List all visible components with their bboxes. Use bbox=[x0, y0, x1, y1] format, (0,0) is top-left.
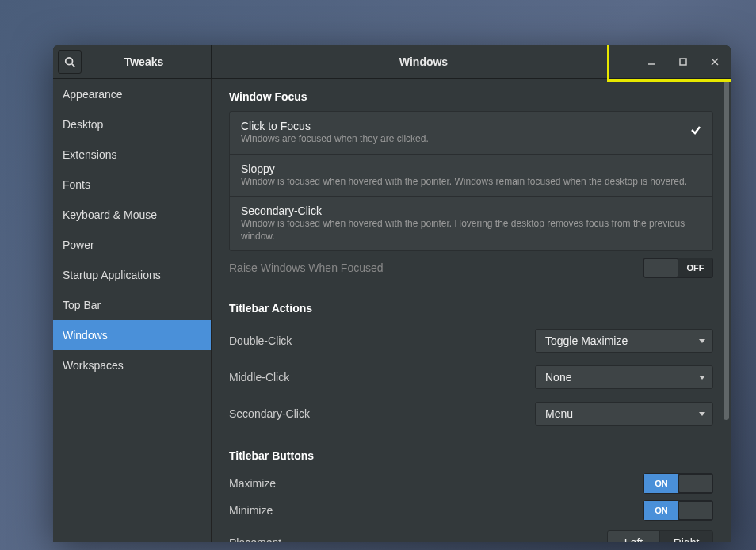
svg-point-0 bbox=[66, 58, 73, 65]
svg-marker-8 bbox=[699, 412, 705, 416]
placement-label: Placement bbox=[229, 537, 607, 542]
maximize-row: Maximize ON OFF bbox=[229, 470, 713, 497]
placement-right-button[interactable]: Right bbox=[660, 531, 712, 542]
focus-option-click[interactable]: Click to Focus Windows are focused when … bbox=[230, 112, 712, 155]
maximize-icon bbox=[679, 58, 687, 66]
raise-windows-toggle[interactable]: ON OFF bbox=[643, 258, 713, 278]
svg-line-1 bbox=[72, 64, 75, 67]
maximize-label: Maximize bbox=[229, 477, 643, 490]
placement-segmented: Left Right bbox=[607, 530, 713, 542]
minimize-button[interactable] bbox=[636, 45, 667, 79]
secondary-click-dropdown[interactable]: Menu bbox=[535, 402, 713, 426]
secondary-click-row: Secondary-Click Menu bbox=[229, 395, 713, 432]
close-icon bbox=[711, 58, 719, 66]
dropdown-value: Toggle Maximize bbox=[545, 334, 698, 347]
sidebar-item-windows[interactable]: Windows bbox=[53, 320, 211, 350]
secondary-click-label: Secondary-Click bbox=[229, 407, 535, 420]
sidebar-item-extensions[interactable]: Extensions bbox=[53, 139, 211, 170]
close-button[interactable] bbox=[699, 45, 731, 79]
scrollbar[interactable] bbox=[724, 79, 729, 542]
chevron-down-icon bbox=[698, 337, 706, 345]
raise-windows-row: Raise Windows When Focused ON OFF bbox=[229, 251, 713, 285]
panel-title: Windows bbox=[212, 55, 636, 68]
check-icon bbox=[690, 124, 701, 136]
dropdown-value: None bbox=[545, 371, 698, 384]
header-left: Tweaks bbox=[53, 45, 212, 78]
titlebar-actions-title: Titlebar Actions bbox=[229, 302, 713, 315]
maximize-button[interactable] bbox=[667, 45, 699, 79]
search-button[interactable] bbox=[58, 50, 82, 74]
middle-click-label: Middle-Click bbox=[229, 371, 535, 384]
focus-option-sloppy[interactable]: Sloppy Window is focused when hovered wi… bbox=[230, 155, 712, 197]
toggle-off-label: OFF bbox=[678, 258, 712, 277]
double-click-label: Double-Click bbox=[229, 334, 535, 347]
placement-left-button[interactable]: Left bbox=[608, 531, 660, 542]
chevron-down-icon bbox=[698, 410, 706, 418]
focus-option-desc: Window is focused when hovered with the … bbox=[241, 218, 701, 243]
titlebar-buttons-title: Titlebar Buttons bbox=[229, 449, 713, 462]
focus-option-title: Click to Focus bbox=[241, 120, 684, 132]
focus-option-desc: Window is focused when hovered with the … bbox=[241, 176, 701, 189]
sidebar-item-workspaces[interactable]: Workspaces bbox=[53, 350, 211, 380]
svg-rect-3 bbox=[680, 59, 686, 65]
toggle-on-label: ON bbox=[644, 474, 678, 493]
sidebar-item-top-bar[interactable]: Top Bar bbox=[53, 290, 211, 320]
window-body: Appearance Desktop Extensions Fonts Keyb… bbox=[53, 79, 731, 542]
header-bar: Tweaks Windows bbox=[53, 45, 731, 79]
middle-click-row: Middle-Click None bbox=[229, 359, 713, 395]
sidebar-item-startup-applications[interactable]: Startup Applications bbox=[53, 260, 211, 290]
scrollbar-thumb[interactable] bbox=[724, 79, 729, 420]
minimize-row: Minimize ON OFF bbox=[229, 497, 713, 524]
raise-windows-label: Raise Windows When Focused bbox=[229, 262, 643, 274]
sidebar: Appearance Desktop Extensions Fonts Keyb… bbox=[53, 79, 212, 542]
sidebar-item-fonts[interactable]: Fonts bbox=[53, 170, 211, 200]
minimize-toggle[interactable]: ON OFF bbox=[643, 500, 713, 521]
sidebar-item-keyboard-mouse[interactable]: Keyboard & Mouse bbox=[53, 200, 211, 230]
svg-marker-6 bbox=[699, 339, 705, 343]
minimize-label: Minimize bbox=[229, 504, 643, 517]
minimize-icon bbox=[647, 58, 655, 66]
search-icon bbox=[64, 56, 75, 67]
sidebar-item-power[interactable]: Power bbox=[53, 230, 211, 260]
tweaks-window: Tweaks Windows Appearance Desktop Extens… bbox=[53, 45, 731, 542]
chevron-down-icon bbox=[698, 373, 706, 381]
app-title: Tweaks bbox=[82, 55, 206, 68]
double-click-row: Double-Click Toggle Maximize bbox=[229, 323, 713, 359]
content-panel: Window Focus Click to Focus Windows are … bbox=[212, 79, 731, 542]
toggle-slider bbox=[643, 258, 678, 277]
header-right: Windows bbox=[212, 45, 731, 78]
focus-option-secondary-click[interactable]: Secondary-Click Window is focused when h… bbox=[230, 197, 712, 250]
sidebar-item-appearance[interactable]: Appearance bbox=[53, 79, 211, 109]
window-focus-group: Click to Focus Windows are focused when … bbox=[229, 111, 713, 251]
window-focus-title: Window Focus bbox=[229, 90, 713, 103]
middle-click-dropdown[interactable]: None bbox=[535, 365, 713, 389]
focus-option-title: Secondary-Click bbox=[241, 204, 701, 217]
window-controls bbox=[636, 45, 731, 78]
placement-row: Placement Left Right bbox=[229, 524, 713, 542]
toggle-slider bbox=[678, 501, 713, 520]
dropdown-value: Menu bbox=[545, 407, 698, 420]
toggle-slider bbox=[678, 474, 713, 493]
svg-marker-7 bbox=[699, 376, 705, 380]
sidebar-item-desktop[interactable]: Desktop bbox=[53, 109, 211, 139]
maximize-toggle[interactable]: ON OFF bbox=[643, 473, 713, 494]
focus-option-desc: Windows are focused when they are clicke… bbox=[241, 133, 684, 146]
double-click-dropdown[interactable]: Toggle Maximize bbox=[535, 329, 713, 353]
toggle-on-label: ON bbox=[644, 501, 678, 520]
focus-option-title: Sloppy bbox=[241, 162, 701, 175]
